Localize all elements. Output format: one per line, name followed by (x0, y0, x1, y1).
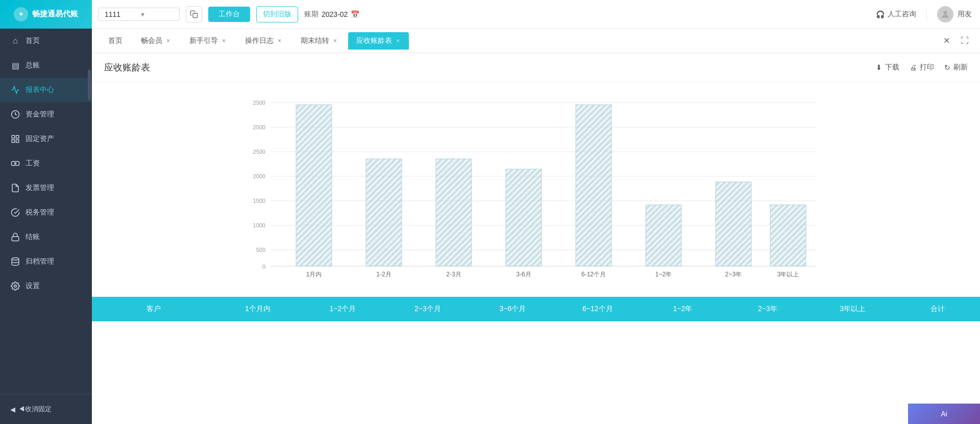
sidebar-item-label: 结账 (26, 232, 40, 242)
svg-point-7 (15, 163, 16, 164)
sidebar-item-assets[interactable]: 固定资产 (0, 127, 92, 151)
home-icon: ⌂ (10, 36, 20, 46)
sidebar-item-archive[interactable]: 归档管理 (0, 249, 92, 274)
svg-text:2-3月: 2-3月 (446, 271, 461, 278)
consult-label: 人工咨询 (888, 10, 916, 19)
sidebar-item-label: 归档管理 (26, 257, 54, 266)
workbench-button[interactable]: 工作台 (208, 7, 250, 22)
col-6-12month: 6~12个月 (555, 304, 640, 314)
svg-rect-6 (12, 140, 14, 143)
col-3-6month: 3~6个月 (470, 304, 555, 314)
svg-rect-8 (12, 237, 19, 241)
svg-text:2500: 2500 (253, 100, 265, 106)
tab-label: 首页 (108, 36, 122, 45)
assets-icon (10, 134, 20, 144)
svg-rect-3 (12, 135, 14, 138)
refresh-icon: ↻ (944, 63, 950, 72)
svg-rect-0 (193, 13, 198, 18)
scroll-indicator (88, 69, 91, 100)
refresh-label: 刷新 (953, 63, 968, 72)
company-name: 1111 (105, 10, 137, 18)
page-title: 应收账龄表 (104, 61, 150, 74)
table-header: 客户 1个月内 1~2个月 2~3个月 3~6个月 6~12个月 1~2年 2~… (92, 297, 980, 321)
bar-chart: 2500 2500 2500 2000 1500 1000 500 0 (104, 92, 968, 287)
top-header: ✦ 畅捷通易代账 1111 ▾ 工作台 切到旧版 账期 2023-02 📅 🎧 … (0, 0, 980, 29)
tab-label: 应收账龄表 (356, 36, 392, 45)
tab-membership[interactable]: 畅会员 × (133, 32, 179, 50)
tab-guide[interactable]: 新手引导 × (181, 32, 235, 50)
refresh-button[interactable]: ↻ 刷新 (944, 63, 968, 72)
reports-icon (10, 85, 20, 95)
tab-label: 新手引导 (189, 36, 218, 45)
svg-rect-35 (576, 105, 611, 266)
salary-icon (10, 158, 20, 169)
user-area[interactable]: 用友 (937, 6, 972, 22)
invoice-icon (10, 183, 20, 193)
sidebar-item-invoice[interactable]: 发票管理 (0, 176, 92, 200)
period-label: 账期 (304, 10, 318, 19)
divider (926, 8, 927, 20)
switch-version-button[interactable]: 切到旧版 (256, 6, 298, 22)
download-label: 下载 (885, 63, 899, 72)
tab-home[interactable]: 首页 (100, 32, 131, 50)
svg-text:3年以上: 3年以上 (777, 271, 799, 278)
sidebar-item-label: 总账 (26, 61, 40, 70)
sidebar-item-home[interactable]: ⌂ 首页 (0, 29, 92, 53)
sidebar-item-label: 报表中心 (26, 85, 54, 95)
col-1-2year: 1~2年 (640, 304, 725, 314)
logo-icon: ✦ (14, 7, 28, 21)
company-selector[interactable]: 1111 ▾ (98, 8, 180, 21)
sidebar-item-tax[interactable]: 税务管理 (0, 200, 92, 225)
settings-icon (10, 281, 20, 291)
svg-text:1月内: 1月内 (306, 271, 322, 278)
sidebar-item-reports[interactable]: 报表中心 (0, 78, 92, 102)
download-button[interactable]: ⬇ 下载 (876, 63, 899, 72)
tab-oplog[interactable]: 操作日志 × (237, 32, 290, 50)
svg-rect-37 (716, 182, 751, 266)
svg-point-1 (944, 11, 947, 14)
copy-button[interactable] (186, 6, 202, 22)
sidebar-item-ledger[interactable]: ▤ 总账 (0, 53, 92, 78)
archive-icon (10, 256, 20, 267)
sidebar-item-salary[interactable]: 工资 (0, 151, 92, 176)
logo: ✦ 畅捷通易代账 (0, 0, 92, 29)
ai-button[interactable]: Ai (908, 404, 980, 424)
sidebar-item-settings[interactable]: 设置 (0, 274, 92, 298)
tab-close-icon[interactable]: × (395, 37, 401, 44)
tab-label: 畅会员 (141, 36, 162, 45)
collapse-icon: ◀ (10, 406, 15, 413)
tab-close-icon[interactable]: × (332, 37, 338, 44)
svg-point-9 (12, 258, 19, 261)
print-button[interactable]: 🖨 打印 (910, 63, 934, 72)
sidebar-item-closing[interactable]: 结账 (0, 225, 92, 249)
tab-close-icon[interactable]: × (277, 37, 282, 44)
period-area: 账期 2023-02 📅 (304, 10, 359, 19)
closing-icon (10, 232, 20, 242)
sidebar-item-label: 固定资产 (26, 134, 54, 144)
col-customer: 客户 (92, 304, 215, 314)
page-header: 应收账龄表 ⬇ 下载 🖨 打印 ↻ 刷新 (92, 53, 980, 82)
sidebar-item-funds[interactable]: 资金管理 (0, 102, 92, 127)
user-name: 用友 (958, 10, 972, 19)
collapse-button[interactable]: ◀ ◀收消固定 (0, 399, 92, 419)
tab-aging[interactable]: 应收账龄表 × (348, 32, 409, 50)
consult-button[interactable]: 🎧 人工咨询 (876, 10, 916, 19)
page-content: 应收账龄表 ⬇ 下载 🖨 打印 ↻ 刷新 (92, 53, 980, 424)
svg-text:1-2月: 1-2月 (376, 271, 391, 278)
tab-closing[interactable]: 期末结转 × (292, 32, 346, 50)
sidebar-item-label: 资金管理 (26, 110, 54, 119)
tab-close-icon[interactable]: × (221, 37, 227, 44)
close-window-button[interactable]: ✕ (939, 34, 953, 48)
col-2-3year: 2~3年 (725, 304, 810, 314)
col-1month: 1个月内 (215, 304, 300, 314)
calendar-icon[interactable]: 📅 (351, 10, 359, 18)
tab-close-icon[interactable]: × (165, 37, 171, 44)
avatar (937, 6, 953, 22)
col-3year-plus: 3年以上 (810, 304, 895, 314)
svg-rect-5 (16, 140, 19, 143)
sidebar-item-label: 税务管理 (26, 208, 54, 217)
maximize-button[interactable]: ⛶ (958, 34, 972, 48)
svg-rect-34 (506, 169, 542, 266)
period-value: 2023-02 (322, 10, 348, 18)
sidebar-item-label: 设置 (26, 281, 40, 291)
